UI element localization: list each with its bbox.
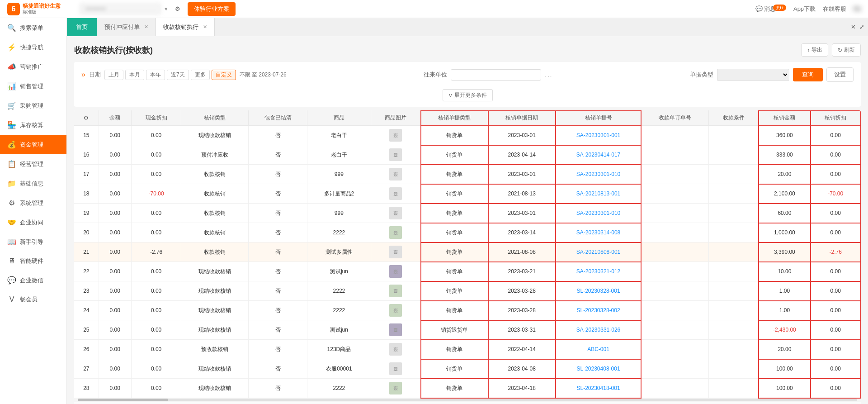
cell-id: 27 [74, 359, 99, 379]
cell-voucher-no[interactable]: SL-20230418-001 [556, 379, 642, 398]
industry-btn[interactable]: 体验行业方案 [188, 2, 236, 16]
sidebar-item-quick-nav[interactable]: ⚡ 快捷导航 [0, 38, 66, 57]
cell-discount: 0.00 [131, 379, 181, 398]
date-btn-more[interactable]: 更多 [191, 70, 210, 80]
cell-id: 19 [74, 204, 99, 223]
sidebar-item-basic-info[interactable]: 📁 基础信息 [0, 174, 66, 193]
filter-row-1: » 日期 上月 本月 本年 近7天 更多 自定义 不限 至 2023-07-26… [81, 67, 854, 82]
sidebar-item-weixin[interactable]: 💬 企业微信 [0, 271, 66, 290]
sidebar-item-guide[interactable]: 📖 新手引导 [0, 232, 66, 252]
counterpart-input[interactable] [451, 69, 541, 81]
collab-icon: 🤝 [7, 218, 16, 227]
scrollbar-thumb[interactable] [78, 399, 168, 401]
cell-voucher-no[interactable]: SA-20230301-010 [556, 204, 642, 223]
goods-image: 🖼 [389, 187, 402, 200]
cell-condition [708, 340, 759, 359]
cell-voucher-no[interactable]: SA-20230414-017 [556, 145, 642, 165]
voucher-no-link[interactable]: SA-20230301-010 [576, 210, 620, 216]
voucher-no-link[interactable]: SA-20230321-012 [576, 268, 620, 275]
sidebar-item-operations[interactable]: 📋 经营管理 [0, 154, 66, 174]
cell-voucher-no[interactable]: SL-20230408-001 [556, 359, 642, 379]
date-btn-custom[interactable]: 自定义 [212, 70, 236, 80]
expand-chevron-icon: ∨ [448, 92, 453, 99]
voucher-no-link[interactable]: SL-20230328-001 [576, 288, 620, 294]
export-button[interactable]: ↑ 导出 [801, 43, 828, 57]
voucher-type-select[interactable] [717, 69, 789, 81]
date-btn-this-year[interactable]: 本年 [146, 70, 165, 80]
cell-order-no [641, 281, 708, 301]
cell-goods: 2222 [307, 281, 371, 301]
cell-id: 21 [74, 242, 99, 262]
voucher-no-link[interactable]: SA-20210808-001 [576, 249, 620, 255]
sidebar-item-member[interactable]: V 畅会员 [0, 290, 66, 309]
table-row: 28 0.00 0.00 现结收款核销 否 2222 🖼 销货单 2023-04… [74, 379, 861, 398]
cell-voucher-no[interactable]: SA-20210813-001 [556, 184, 642, 204]
cell-voucher-no[interactable]: SA-20230331-026 [556, 320, 642, 340]
logo-icon: 6 [7, 3, 20, 15]
cell-voucher-no[interactable]: SA-20230301-010 [556, 165, 642, 184]
cell-balance: 0.00 [99, 223, 131, 242]
sidebar-item-finance[interactable]: 💰 资金管理 [0, 135, 66, 154]
voucher-no-link[interactable]: SL-20230418-001 [576, 385, 620, 391]
tab-close-all-icon[interactable]: ✕ [851, 24, 856, 30]
tab-expand-icon[interactable]: ⤢ [859, 24, 864, 30]
expand-conditions-btn[interactable]: ∨ 展开更多条件 [443, 89, 493, 101]
sidebar-item-search[interactable]: 🔍 搜索菜单 [0, 18, 66, 38]
date-btn-this-month[interactable]: 本月 [125, 70, 144, 80]
voucher-no-link[interactable]: ABC-001 [587, 346, 609, 352]
sidebar-item-marketing[interactable]: 📣 营销推广 [0, 57, 66, 76]
voucher-no-link[interactable]: SL-20230328-002 [576, 307, 620, 314]
tab-prepay-close-icon[interactable]: ✕ [144, 24, 148, 30]
sidebar-item-sales[interactable]: 📊 销售管理 [0, 76, 66, 96]
tab-prepay[interactable]: 预付冲应付单 ✕ [97, 18, 156, 36]
voucher-no-link[interactable]: SA-20230301-010 [576, 171, 620, 177]
voucher-no-link[interactable]: SA-20210813-001 [576, 190, 620, 197]
cell-voucher-no[interactable]: SL-20230328-001 [556, 281, 642, 301]
cell-voucher-no[interactable]: SA-20230301-001 [556, 126, 642, 145]
cell-voucher-no[interactable]: SA-20230314-008 [556, 223, 642, 242]
tab-collection[interactable]: 收款核销执行 ✕ [156, 18, 215, 36]
cell-voucher-no[interactable]: SL-20230328-002 [556, 301, 642, 320]
setting-button[interactable]: 设置 [826, 67, 854, 82]
sidebar-item-inventory[interactable]: 🏪 库存核算 [0, 115, 66, 135]
voucher-no-link[interactable]: SA-20230331-026 [576, 327, 620, 333]
tab-home[interactable]: 首页 [67, 18, 97, 36]
message-icon[interactable]: 💬 消息99+ [755, 5, 786, 13]
voucher-no-link[interactable]: SA-20230301-001 [576, 132, 620, 138]
goods-image: 🖼 [389, 226, 402, 239]
cell-goods: 衣服00001 [307, 359, 371, 379]
col-settings[interactable]: ⚙ [74, 110, 99, 126]
cell-voucher-no[interactable]: SA-20230321-012 [556, 262, 642, 281]
sidebar: 🔍 搜索菜单 ⚡ 快捷导航 📣 营销推广 📊 销售管理 🛒 采购管理 🏪 库存核… [0, 18, 67, 404]
table-footer: 合计： 40,556,66... 折扣合计： 952.24 [74, 402, 861, 404]
goods-image: 🖼 [389, 207, 402, 219]
cell-goods-img: 🖼 [371, 204, 421, 223]
sidebar-item-system[interactable]: ⚙ 系统管理 [0, 193, 66, 213]
export-icon: ↑ [807, 47, 810, 53]
app-download-link[interactable]: App下载 [793, 5, 816, 13]
gear-icon[interactable]: ⚙ [171, 3, 184, 15]
dropdown-arrow-icon[interactable]: ▾ [165, 5, 168, 12]
cell-voucher-no[interactable]: SA-20210808-001 [556, 242, 642, 262]
sidebar-item-collab[interactable]: 🤝 企业协同 [0, 213, 66, 232]
voucher-no-link[interactable]: SL-20230408-001 [576, 366, 620, 372]
tab-collection-close-icon[interactable]: ✕ [203, 24, 207, 30]
date-btn-last-month[interactable]: 上月 [104, 70, 123, 80]
sidebar-item-purchase[interactable]: 🛒 采购管理 [0, 96, 66, 115]
cell-amount: -2,430.00 [759, 320, 811, 340]
query-button[interactable]: 查询 [793, 68, 823, 81]
refresh-button[interactable]: ↻ 刷新 [832, 43, 861, 57]
voucher-no-link[interactable]: SA-20230314-008 [576, 229, 620, 236]
sidebar-item-hardware[interactable]: 🖥 智能硬件 [0, 252, 66, 271]
horizontal-scrollbar[interactable] [74, 398, 861, 402]
goods-image: 🖼 [389, 168, 402, 181]
filter-expand-arrow[interactable]: » [81, 71, 85, 79]
cell-write-off-discount: 0.00 [811, 340, 861, 359]
date-btn-7days[interactable]: 近7天 [167, 70, 189, 80]
cell-discount: -70.00 [131, 184, 181, 204]
search-input[interactable] [80, 3, 161, 14]
online-service-link[interactable]: 在线客服 [823, 5, 846, 13]
voucher-no-link[interactable]: SA-20230414-017 [576, 152, 620, 158]
cell-type: 预收款核销 [181, 340, 249, 359]
cell-voucher-no[interactable]: ABC-001 [556, 340, 642, 359]
